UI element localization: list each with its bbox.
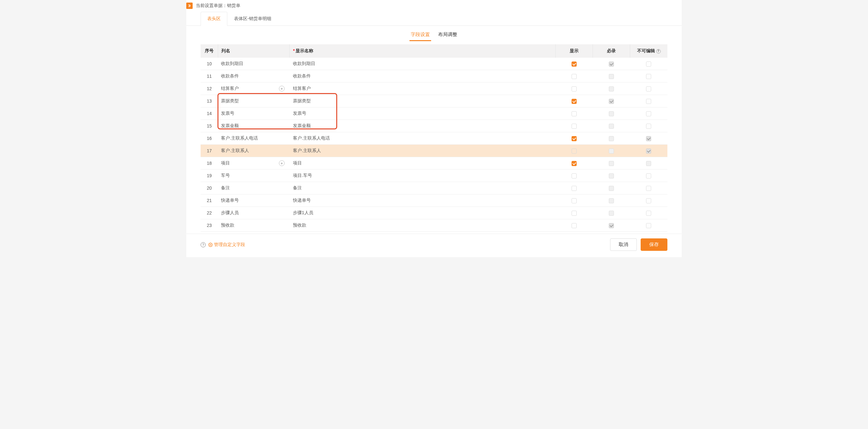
cell-display[interactable]: 客户.主联系人电话	[290, 132, 555, 145]
checkbox-show[interactable]	[571, 99, 577, 104]
checkbox-required[interactable]	[609, 111, 614, 116]
checkbox-required[interactable]	[609, 186, 614, 191]
cell-required	[593, 157, 630, 170]
checkbox-readonly[interactable]	[646, 61, 651, 67]
cell-readonly	[630, 132, 668, 145]
tab-detail-area[interactable]: 表体区-销货单明细	[227, 12, 278, 26]
checkbox-required[interactable]	[609, 86, 614, 91]
table-row[interactable]: 18项目+项目	[200, 157, 668, 170]
checkbox-show[interactable]	[571, 61, 577, 67]
help-icon[interactable]: ?	[656, 49, 661, 54]
table-row[interactable]: 20备注备注	[200, 182, 668, 194]
table-row[interactable]: 10收款到期日收款到期日	[200, 58, 668, 70]
save-button[interactable]: 保存	[641, 238, 668, 251]
cell-required	[593, 182, 630, 194]
main-tabs: 表头区 表体区-销货单明细	[186, 11, 682, 26]
cell-display[interactable]: 预收款	[290, 219, 555, 232]
checkbox-required[interactable]	[609, 161, 614, 166]
checkbox-show[interactable]	[571, 86, 577, 91]
cell-display[interactable]: 收款到期日	[290, 58, 555, 70]
cell-name: 发票号	[218, 107, 290, 120]
cell-name: 发票金额	[218, 120, 290, 132]
checkbox-required[interactable]	[609, 148, 614, 154]
table-row[interactable]: 15发票金额发票金额	[200, 120, 668, 132]
cell-readonly	[630, 207, 668, 219]
checkbox-show[interactable]	[571, 148, 577, 154]
tab-header-area[interactable]: 表头区	[200, 12, 227, 26]
cell-display[interactable]: 票据类型	[290, 95, 555, 107]
cell-display[interactable]: 发票号	[290, 107, 555, 120]
sub-tabs: 字段设置 布局调整	[186, 26, 682, 44]
table-row[interactable]: 12结算客户+结算客户	[200, 83, 668, 95]
checkbox-required[interactable]	[609, 223, 614, 228]
cell-readonly	[630, 70, 668, 83]
cell-required	[593, 83, 630, 95]
checkbox-readonly[interactable]	[646, 111, 651, 116]
checkbox-readonly[interactable]	[646, 99, 651, 104]
checkbox-readonly[interactable]	[646, 124, 651, 129]
checkbox-show[interactable]	[571, 186, 577, 191]
checkbox-required[interactable]	[609, 173, 614, 178]
checkbox-show[interactable]	[571, 211, 577, 216]
table-row[interactable]: 16客户.主联系人电话客户.主联系人电话	[200, 132, 668, 145]
checkbox-required[interactable]	[609, 74, 614, 79]
checkbox-readonly[interactable]	[646, 211, 651, 216]
checkbox-readonly[interactable]	[646, 136, 651, 141]
expand-icon[interactable]	[186, 3, 193, 9]
table-row[interactable]: 22步骤人员步骤1人员	[200, 207, 668, 219]
checkbox-readonly[interactable]	[646, 223, 651, 228]
plus-icon[interactable]: +	[279, 160, 285, 166]
checkbox-readonly[interactable]	[646, 74, 651, 79]
checkbox-readonly[interactable]	[646, 198, 651, 203]
cell-display[interactable]: 客户.主联系人	[290, 145, 555, 157]
cell-show	[555, 132, 593, 145]
cell-name: 客户.主联系人电话	[218, 132, 290, 145]
checkbox-readonly[interactable]	[646, 86, 651, 91]
cell-display[interactable]: 快递单号	[290, 194, 555, 207]
cell-display[interactable]: 项目.车号	[290, 170, 555, 182]
checkbox-required[interactable]	[609, 61, 614, 67]
checkbox-show[interactable]	[571, 223, 577, 228]
plus-icon[interactable]: +	[279, 86, 285, 91]
subtab-field-settings[interactable]: 字段设置	[409, 32, 431, 41]
question-icon[interactable]: ?	[200, 242, 206, 247]
cell-name: 客户.主联系人	[218, 145, 290, 157]
manage-custom-fields-link[interactable]: 管理自定义字段	[208, 242, 245, 248]
cell-readonly	[630, 145, 668, 157]
cancel-button[interactable]: 取消	[610, 238, 637, 251]
table-row[interactable]: 13票据类型票据类型	[200, 95, 668, 107]
checkbox-show[interactable]	[571, 161, 577, 166]
cell-show	[555, 95, 593, 107]
cell-display[interactable]: 步骤1人员	[290, 207, 555, 219]
cell-display[interactable]: 项目	[290, 157, 555, 170]
checkbox-readonly[interactable]	[646, 148, 651, 154]
cell-seq: 12	[200, 83, 218, 95]
checkbox-required[interactable]	[609, 124, 614, 129]
table-row[interactable]: 14发票号发票号	[200, 107, 668, 120]
cell-display[interactable]: 结算客户	[290, 83, 555, 95]
table-row[interactable]: 17客户.主联系人客户.主联系人	[200, 145, 668, 157]
table-row[interactable]: 19车号项目.车号	[200, 170, 668, 182]
checkbox-readonly[interactable]	[646, 186, 651, 191]
table-row[interactable]: 23预收款预收款	[200, 219, 668, 232]
checkbox-show[interactable]	[571, 136, 577, 141]
cell-display[interactable]: 收款条件	[290, 70, 555, 83]
checkbox-required[interactable]	[609, 198, 614, 203]
checkbox-show[interactable]	[571, 173, 577, 178]
cell-required	[593, 120, 630, 132]
checkbox-show[interactable]	[571, 198, 577, 203]
table-row[interactable]: 21快递单号快递单号	[200, 194, 668, 207]
checkbox-readonly[interactable]	[646, 173, 651, 178]
cell-display[interactable]: 备注	[290, 182, 555, 194]
table-row[interactable]: 11收款条件收款条件	[200, 70, 668, 83]
checkbox-required[interactable]	[609, 136, 614, 141]
checkbox-show[interactable]	[571, 111, 577, 116]
cell-required	[593, 132, 630, 145]
cell-display[interactable]: 发票金额	[290, 120, 555, 132]
checkbox-show[interactable]	[571, 74, 577, 79]
checkbox-required[interactable]	[609, 211, 614, 216]
subtab-layout-adjust[interactable]: 布局调整	[437, 32, 459, 41]
checkbox-readonly[interactable]	[646, 161, 651, 166]
checkbox-show[interactable]	[571, 124, 577, 129]
checkbox-required[interactable]	[609, 99, 614, 104]
